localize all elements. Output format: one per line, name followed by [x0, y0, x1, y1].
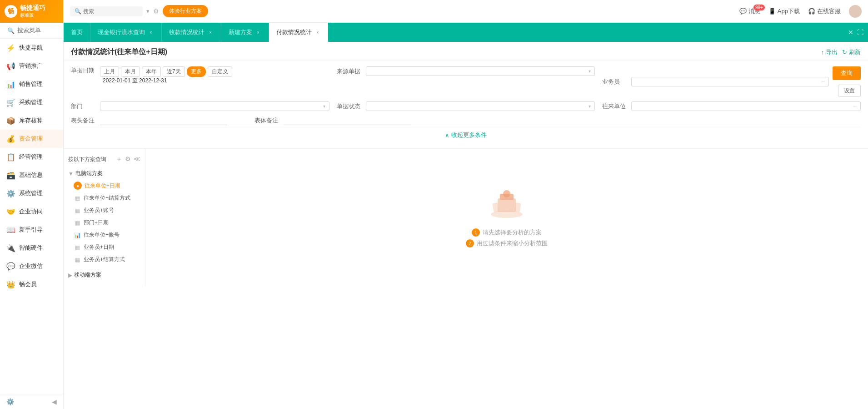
tab-payment-stat[interactable]: 付款情况统计 × — [269, 23, 328, 42]
header-note-label: 表头备注 — [71, 116, 96, 125]
sidebar-item-business[interactable]: 📋经营管理 — [0, 148, 63, 166]
tab-new-scheme-label: 新建方案 — [229, 28, 252, 36]
message-item[interactable]: 💬 消息 99+ — [739, 7, 760, 15]
empty-state: 1 请先选择要分析的方案 2 用过滤条件来缩小分析范围 — [145, 149, 868, 286]
search-input[interactable] — [83, 8, 138, 15]
dept-arrow-icon: ▾ — [323, 104, 325, 109]
nav-label-quick-nav: 快捷导航 — [19, 44, 43, 52]
tab-receipt-close[interactable]: × — [207, 29, 214, 35]
sidebar-item-basic[interactable]: 🗃️基础信息 — [0, 166, 63, 184]
nav-icon-purchase: 🛒 — [6, 98, 15, 107]
nav-icon-quick-nav: ⚡ — [6, 43, 15, 52]
scheme-item-staff-account[interactable]: ▦ 业务员+账号 — [64, 204, 145, 217]
topbar-right: 💬 消息 99+ 📱 App下载 🎧 在线客服 — [739, 5, 862, 18]
header-note-input[interactable] — [100, 116, 227, 125]
sidebar-item-system[interactable]: ⚙️系统管理 — [0, 184, 63, 202]
tab-fullscreen-icon[interactable]: ⛶ — [857, 29, 863, 36]
partner-arrow-icon: ··· — [853, 104, 857, 109]
tab-cashflow-close[interactable]: × — [148, 29, 154, 35]
sidebar-item-inventory[interactable]: 📦库存核算 — [0, 111, 63, 130]
tab-new-scheme-close[interactable]: × — [255, 29, 261, 35]
source-select[interactable]: ▾ — [366, 66, 595, 76]
scheme-active-icon: ● — [74, 182, 82, 190]
app-download[interactable]: 📱 App下载 — [768, 7, 800, 15]
trial-btn[interactable]: 体验行业方案 — [163, 5, 208, 17]
tab-new-scheme[interactable]: 新建方案 × — [221, 23, 269, 42]
tab-close-all-icon[interactable]: ✕ — [848, 29, 853, 36]
scheme-item-partner-settle[interactable]: ▦ 往来单位+结算方式 — [64, 192, 145, 204]
empty-tip-2: 2 用过滤条件来缩小分析范围 — [466, 239, 548, 247]
service-icon: 🎧 — [808, 8, 815, 15]
scheme-partner-account-label: 往来单位+账号 — [84, 231, 120, 239]
collapse-more-btn[interactable]: ∧ 收起更多条件 — [71, 127, 861, 143]
tab-payment-stat-close[interactable]: × — [314, 29, 321, 35]
tab-receipt-label: 收款情况统计 — [169, 28, 205, 36]
body-note-input[interactable] — [284, 116, 411, 125]
nav-icon-business: 📋 — [6, 152, 15, 162]
nav-label-business: 经营管理 — [19, 153, 43, 161]
add-scheme-icon[interactable]: ＋ — [116, 155, 122, 163]
tab-cashflow[interactable]: 现金银行流水查询 × — [90, 23, 162, 42]
scheme-item-staff-date[interactable]: ▦ 业务员+日期 — [64, 241, 145, 253]
sidebar-item-guide[interactable]: 📖新手引导 — [0, 221, 63, 239]
tip1-num: 1 — [472, 228, 480, 237]
gear-icon[interactable]: ⚙ — [153, 8, 159, 15]
nav-label-hardware: 智能硬件 — [19, 244, 43, 252]
status-select[interactable]: ▾ — [366, 101, 595, 111]
logo-icon: 畅 — [5, 5, 17, 18]
scheme-settings-icon[interactable]: ⚙ — [125, 155, 131, 163]
date-btn-last-month[interactable]: 上月 — [100, 66, 119, 77]
svg-point-3 — [503, 190, 510, 197]
filter-row-2: 部门 ▾ 单据状态 ▾ 往来单位 — [71, 101, 861, 111]
date-btn-more[interactable]: 更多 — [187, 66, 206, 77]
query-btn[interactable]: 查询 — [833, 66, 861, 80]
panel-collapse-icon[interactable]: ≪ — [134, 155, 140, 163]
sidebar-search[interactable]: 🔍 搜索菜单 — [0, 23, 63, 39]
collapse-label: 收起更多条件 — [451, 131, 487, 139]
nav-label-inventory: 库存核算 — [19, 116, 43, 125]
sidebar-item-sales[interactable]: 📊销售管理 — [0, 75, 63, 93]
sidebar-item-enterprise[interactable]: 🤝企业协同 — [0, 202, 63, 221]
scheme-item-staff-settle[interactable]: ▦ 业务员+结算方式 — [64, 253, 145, 266]
nav-icon-enterprise: 🤝 — [6, 207, 15, 216]
refresh-btn[interactable]: ↻ 刷新 — [842, 48, 861, 56]
settings-icon[interactable]: ⚙️ — [6, 398, 14, 405]
tab-receipt[interactable]: 收款情况统计 × — [162, 23, 221, 42]
sidebar-item-member[interactable]: 👑畅会员 — [0, 275, 63, 293]
sidebar-item-capital[interactable]: 💰资金管理 — [0, 130, 63, 148]
online-service[interactable]: 🎧 在线客服 — [808, 7, 841, 15]
scheme-item-partner-account[interactable]: 📊 往来单位+账号 — [64, 229, 145, 241]
content-body: 按以下方案查询 ＋ ⚙ ≪ ▼ 电脑端方案 ● — [64, 149, 868, 286]
scheme-item-partner-date[interactable]: ● 往来单位+日期 — [64, 179, 145, 192]
sidebar-item-weixin[interactable]: 💬企业微信 — [0, 257, 63, 275]
partner-select[interactable]: ··· — [631, 101, 861, 111]
mobile-group-header[interactable]: ▶ 移动端方案 — [64, 269, 145, 281]
nav-label-guide: 新手引导 — [19, 226, 43, 234]
dropdown-icon[interactable]: ▾ — [146, 8, 150, 15]
partner-filter-col: 往来单位 ··· — [602, 101, 861, 111]
panel-toolbar-icons: ＋ ⚙ ≪ — [116, 155, 140, 163]
nav-label-basic: 基础信息 — [19, 171, 43, 179]
date-btn-this-month[interactable]: 本月 — [121, 66, 140, 77]
settings-btn[interactable]: 设置 — [838, 85, 861, 97]
empty-illustration — [484, 185, 529, 221]
sidebar-item-quick-nav[interactable]: ⚡快捷导航 — [0, 39, 63, 57]
scheme-item-dept-date[interactable]: ▦ 部门+日期 — [64, 217, 145, 229]
dept-select[interactable]: ▾ — [100, 101, 329, 111]
sidebar-item-purchase[interactable]: 🛒采购管理 — [0, 93, 63, 111]
tab-home[interactable]: 首页 — [64, 23, 90, 42]
sidebar-item-marketing[interactable]: 📢营销推广 — [0, 57, 63, 75]
date-btn-this-year[interactable]: 本年 — [142, 66, 161, 77]
user-avatar[interactable] — [849, 5, 862, 18]
staff-select[interactable]: ··· — [631, 77, 829, 86]
scheme-partner-settle-label: 往来单位+结算方式 — [84, 194, 130, 202]
nav-icon-system: ⚙️ — [6, 189, 15, 198]
export-btn[interactable]: ↑ 导出 — [821, 48, 838, 56]
desktop-group-header[interactable]: ▼ 电脑端方案 — [64, 168, 145, 179]
sidebar-item-hardware[interactable]: 🔌智能硬件 — [0, 239, 63, 257]
date-btn-custom[interactable]: 自定义 — [208, 66, 232, 77]
collapse-icon[interactable]: ◀ — [52, 398, 57, 405]
date-btn-last7[interactable]: 近7天 — [163, 66, 185, 77]
scheme-staff-settle-label: 业务员+结算方式 — [84, 256, 125, 263]
sidebar-header: 畅 畅捷通巧 标准版 — [0, 0, 63, 23]
